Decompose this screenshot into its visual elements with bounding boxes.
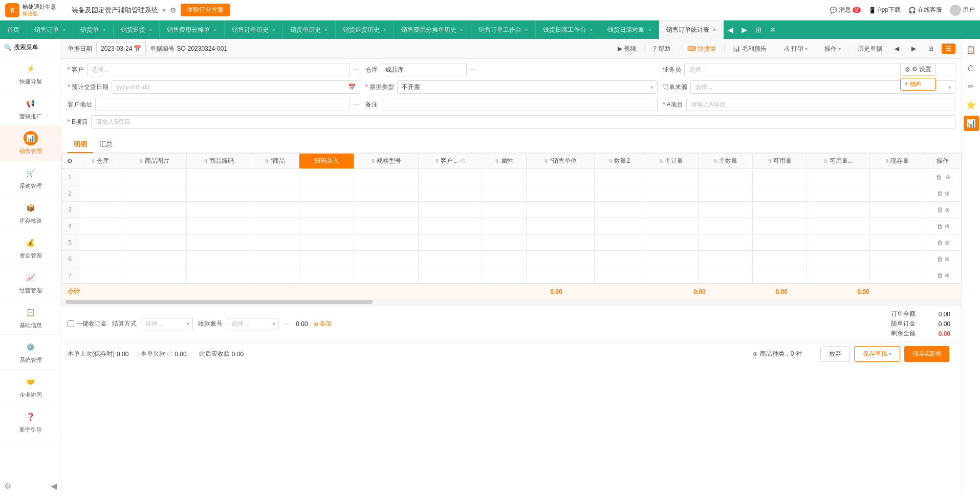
row-available2[interactable] bbox=[807, 267, 869, 284]
row-customer-code[interactable] bbox=[418, 202, 482, 218]
row-name[interactable] bbox=[251, 251, 299, 267]
row-delete-icon[interactable]: 🗑 bbox=[937, 206, 943, 213]
row-unit[interactable] bbox=[526, 218, 594, 234]
tab-close-icon[interactable]: × bbox=[149, 27, 152, 33]
row-barcode[interactable] bbox=[299, 185, 354, 202]
row-copy-icon[interactable]: ⊕ bbox=[945, 239, 950, 246]
row-unit[interactable] bbox=[526, 169, 594, 185]
row-qty2[interactable] bbox=[595, 267, 644, 284]
row-customer-code[interactable] bbox=[418, 185, 482, 202]
row-available2[interactable] bbox=[807, 234, 869, 251]
row-spec[interactable] bbox=[354, 267, 418, 284]
tab-close-icon[interactable]: × bbox=[590, 27, 593, 33]
row-name[interactable] bbox=[251, 169, 299, 185]
row-name[interactable] bbox=[251, 267, 299, 284]
row-name[interactable] bbox=[251, 202, 299, 218]
row-main-unit[interactable] bbox=[644, 234, 699, 251]
row-barcode[interactable] bbox=[299, 202, 354, 218]
tab-close-icon[interactable]: × bbox=[272, 27, 275, 33]
row-available[interactable] bbox=[753, 234, 807, 251]
sidebar-item-guide[interactable]: ❓ 新手引导 bbox=[0, 404, 61, 439]
row-stock[interactable] bbox=[869, 202, 924, 218]
sidebar-item-system[interactable]: ⚙️ 系统管理 bbox=[0, 335, 61, 370]
row-image[interactable] bbox=[122, 169, 187, 185]
row-spec[interactable] bbox=[354, 234, 418, 251]
row-available2[interactable] bbox=[807, 169, 869, 185]
row-barcode[interactable] bbox=[299, 218, 354, 234]
add-payment-button[interactable]: ⊕ 添加 bbox=[313, 319, 332, 328]
current-info-icon[interactable]: ⓘ bbox=[167, 351, 172, 358]
row-copy-icon[interactable]: ⊕ bbox=[945, 272, 950, 279]
row-unit[interactable] bbox=[526, 267, 594, 284]
tab-home[interactable]: 首页 bbox=[0, 20, 27, 39]
row-main-unit[interactable] bbox=[644, 169, 699, 185]
warehouse-input[interactable] bbox=[381, 63, 467, 76]
row-customer-code[interactable] bbox=[418, 267, 482, 284]
tab-close-icon[interactable]: × bbox=[648, 27, 651, 33]
tab-close-all-button[interactable]: ✕ bbox=[766, 20, 780, 39]
row-barcode[interactable] bbox=[299, 169, 354, 185]
row-main-unit[interactable] bbox=[644, 267, 699, 284]
row-delete-icon[interactable]: 🗑 bbox=[937, 239, 943, 246]
row-stock[interactable] bbox=[869, 218, 924, 234]
tab-close-icon[interactable]: × bbox=[383, 27, 386, 33]
rp-star-icon[interactable]: ⭐ bbox=[964, 97, 979, 113]
row-available[interactable] bbox=[753, 202, 807, 218]
row-barcode[interactable] bbox=[299, 267, 354, 284]
settings-button[interactable]: ⚙ ⚙ 设置 bbox=[900, 63, 936, 76]
row-warehouse[interactable] bbox=[78, 234, 122, 251]
row-code[interactable] bbox=[187, 267, 251, 284]
row-available2[interactable] bbox=[807, 202, 869, 218]
address-more-icon[interactable]: ··· bbox=[353, 100, 360, 109]
row-spec[interactable] bbox=[354, 169, 418, 185]
customer-more-icon[interactable]: ··· bbox=[353, 65, 360, 74]
row-stock[interactable] bbox=[869, 234, 924, 251]
sidebar-item-operations[interactable]: 📈 经营管理 bbox=[0, 265, 61, 300]
tab-expense-history[interactable]: 销售费用分摊单历史 × bbox=[394, 20, 471, 39]
row-main-unit[interactable] bbox=[644, 185, 699, 202]
rp-chart-icon[interactable]: 📊 bbox=[964, 116, 979, 131]
tab-prev-button[interactable]: ◀ bbox=[724, 20, 737, 39]
tab-return-history[interactable]: 销货退货历史 × bbox=[336, 20, 394, 39]
tab-sales-return[interactable]: 销货退货 × bbox=[114, 20, 160, 39]
row-stock[interactable] bbox=[869, 169, 924, 185]
a-project-input[interactable] bbox=[686, 98, 955, 111]
row-code[interactable] bbox=[187, 202, 251, 218]
row-qty2[interactable] bbox=[595, 234, 644, 251]
row-unit[interactable] bbox=[526, 234, 594, 251]
online-service-button[interactable]: 🎧 在线客服 bbox=[908, 6, 942, 14]
invoice-type-select[interactable]: 不开票 ▾ bbox=[397, 80, 658, 94]
row-image[interactable] bbox=[122, 234, 187, 251]
account-more-icon[interactable]: ··· bbox=[284, 319, 291, 329]
row-code[interactable] bbox=[187, 218, 251, 234]
sidebar-item-basic[interactable]: 📋 基础信息 bbox=[0, 300, 61, 335]
row-image[interactable] bbox=[122, 251, 187, 267]
tab-close-icon[interactable]: × bbox=[102, 27, 105, 33]
add-material-button[interactable]: + 物料 bbox=[900, 78, 936, 91]
row-main-unit[interactable] bbox=[644, 218, 699, 234]
row-available[interactable] bbox=[753, 218, 807, 234]
doc-date-field[interactable]: 2023-03-24 📅 bbox=[96, 42, 146, 55]
shortcut-btn[interactable]: ⌨ 快捷键 bbox=[683, 43, 720, 55]
row-stock[interactable] bbox=[869, 185, 924, 202]
remark-input[interactable] bbox=[381, 98, 658, 111]
row-code[interactable] bbox=[187, 185, 251, 202]
customer-input[interactable] bbox=[87, 63, 350, 76]
rp-doc-icon[interactable]: 📋 bbox=[964, 42, 979, 57]
row-main-unit[interactable] bbox=[644, 202, 699, 218]
row-attr[interactable] bbox=[482, 185, 526, 202]
row-code[interactable] bbox=[187, 169, 251, 185]
sidebar-item-inventory[interactable]: 📦 库存核算 bbox=[0, 196, 61, 230]
row-available2[interactable] bbox=[807, 185, 869, 202]
tab-close-icon[interactable]: × bbox=[525, 27, 528, 33]
sidebar-item-enterprise[interactable]: 🤝 企业协同 bbox=[0, 370, 61, 404]
row-available[interactable] bbox=[753, 251, 807, 267]
address-input[interactable] bbox=[95, 98, 350, 111]
row-image[interactable] bbox=[122, 202, 187, 218]
row-copy-icon[interactable]: ⊕ bbox=[945, 190, 950, 197]
row-copy-icon[interactable]: ⊕ bbox=[945, 206, 950, 213]
row-attr[interactable] bbox=[482, 202, 526, 218]
horizontal-scrollbar[interactable] bbox=[61, 299, 962, 305]
user-button[interactable]: 用户 bbox=[950, 5, 975, 16]
payment-method-select[interactable]: 选择... ▾ bbox=[142, 318, 193, 330]
